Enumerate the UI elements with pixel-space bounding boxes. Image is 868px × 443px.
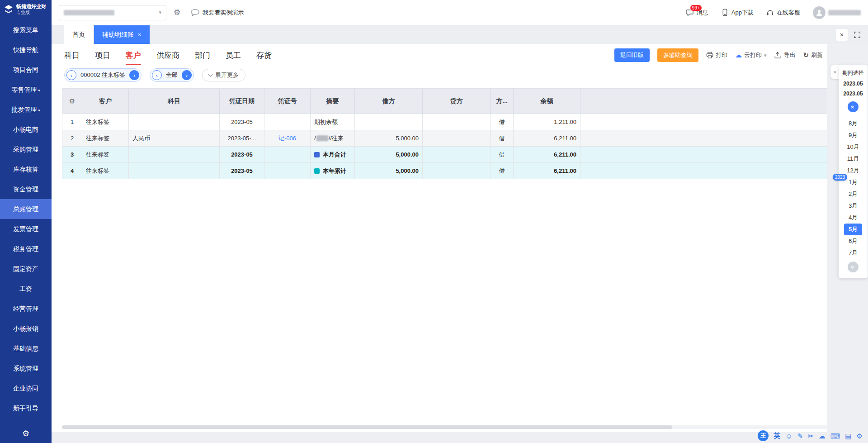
export-button[interactable]: 导出 [774,51,795,59]
table-row[interactable]: 3往来标签2023-05本月合计5,000.00借6,211.00 [62,147,827,163]
table-settings-gear-icon[interactable]: ⚙ [62,89,82,114]
cloud-icon[interactable]: ☁ [819,433,826,439]
sidebar-item[interactable]: 新手引导 [0,398,52,418]
sidebar-item[interactable]: 库存核算 [0,159,52,179]
settings-gear-icon[interactable]: ⚙ [174,8,180,17]
filter-customer-pill[interactable]: ‹ 000002 往来标签 › [64,68,142,82]
cell-date: 2023-05-... [220,130,264,147]
sidebar-settings-gear-icon[interactable]: ⚙ [0,429,52,438]
sidebar-item[interactable]: 小畅报销 [0,319,52,338]
sidebar-item[interactable]: 发票管理 [0,219,52,239]
sidebar-item[interactable]: 快捷导航 [0,40,52,60]
sidebar-item-label: 批发管理 [11,106,37,113]
period-end-field[interactable]: 2023.05 [843,91,863,97]
app-download-button[interactable]: App下载 [721,9,754,17]
sidebar-item[interactable]: 税务管理 [0,239,52,259]
keyboard-icon[interactable]: ⌨ [830,433,840,439]
entity-tab[interactable]: 科目 [63,48,80,63]
sidebar-item[interactable]: 资金管理 [0,179,52,199]
window-tab[interactable]: 辅助明细账× [94,25,150,44]
multi-aux-query-button[interactable]: 多辅助查询 [657,48,698,62]
sidebar-item[interactable]: 批发管理▾ [0,100,52,119]
period-start-field[interactable]: 2023.05 [843,81,863,87]
demo-link[interactable]: 我要看实例演示 [190,9,244,17]
online-service-button[interactable]: 在线客服 [766,9,800,17]
scrollbar-thumb[interactable] [62,425,672,429]
sidebar-item[interactable]: 小畅电商 [0,119,52,139]
next-arrow-icon[interactable]: › [129,70,139,80]
entity-tab[interactable]: 部门 [194,48,211,63]
cell-balance: 6,211.00 [514,163,580,179]
sidebar-item[interactable]: 固定资产 [0,259,52,279]
close-tab-icon[interactable]: × [138,31,142,38]
sidebar-item[interactable]: 基础信息 [0,338,52,358]
ime-toolbar[interactable]: 王 英 ☺ ✎ ✂ ☁ ⌨ ▤ ⚙ [758,430,863,441]
table-row[interactable]: 4往来标签2023-05本年累计5,000.00借6,211.00 [62,163,827,179]
expand-more-button[interactable]: 展开更多 [202,69,245,81]
entity-tab[interactable]: 客户 [125,48,142,63]
print-button[interactable]: 打印 [706,51,727,59]
sidebar-item-label: 系统管理 [13,365,38,372]
entity-tab[interactable]: 存货 [255,48,273,63]
demo-label: 我要看实例演示 [203,9,244,17]
month-item[interactable]: 9月 [843,129,863,141]
sidebar-item[interactable]: 采购管理 [0,139,52,159]
month-item[interactable]: 10月 [843,141,863,153]
horizontal-scrollbar[interactable] [62,425,827,429]
panel-collapse-handle[interactable]: » [830,65,839,79]
logo-subtitle: 专业版 [16,10,46,16]
window-tab[interactable]: 首页 [64,25,93,44]
sidebar-item[interactable]: 系统管理 [0,358,52,378]
fullscreen-button[interactable] [854,31,861,38]
user-account[interactable] [813,6,861,19]
sidebar-item[interactable]: 工资 [0,279,52,299]
back-to-old-version-button[interactable]: 退回旧版 [614,48,650,62]
month-item[interactable]: 5月 [844,224,862,235]
window-tabs: 首页辅助明细账× [64,25,151,44]
scroll-up-button[interactable]: « [848,101,859,112]
close-all-tabs-button[interactable]: × [836,29,848,41]
refresh-button[interactable]: ↻ 刷新 [803,51,823,59]
table-row[interactable]: 1往来标签2023-05期初余额借1,211.00 [62,114,827,130]
pencil-icon[interactable]: ✎ [797,433,803,439]
month-item[interactable]: 4月 [843,212,863,224]
sidebar-item-label: 采购管理 [13,146,38,153]
toolbox-icon[interactable]: ▤ [845,433,851,439]
next-arrow-icon[interactable]: › [182,70,192,80]
emoji-icon[interactable]: ☺ [785,433,792,439]
month-item[interactable]: 11月 [843,153,863,165]
voucher-link[interactable]: 记-006 [278,134,296,143]
online-service-label: 在线客服 [777,9,800,17]
table-row[interactable]: 2往来标签人民币2023-05-...记-006///往来5,000.00借6,… [62,130,827,147]
cell-subject: 人民币 [129,130,220,147]
summary-suffix: //往来 [329,134,344,143]
month-item[interactable]: 7月 [843,247,863,259]
scroll-down-button[interactable]: » [848,262,859,272]
cloud-print-button[interactable]: ☁ 云打印 ▾ [735,51,767,59]
sidebar-item-label: 小畅电商 [13,126,38,133]
sidebar-item-label: 发票管理 [13,225,38,233]
entity-tab[interactable]: 员工 [225,48,242,63]
gear-icon[interactable]: ⚙ [857,433,863,439]
entity-tab[interactable]: 项目 [94,48,111,63]
sidebar-item[interactable]: 企业协同 [0,378,52,398]
ime-language-indicator[interactable]: 英 [774,432,780,440]
scissors-icon[interactable]: ✂ [808,433,814,439]
month-item[interactable]: 2月 [843,188,863,200]
collapse-left-icon[interactable]: ‹ [152,70,162,80]
org-select[interactable]: ▾ [59,5,166,20]
collapse-left-icon[interactable]: ‹ [66,70,76,80]
sidebar-item[interactable]: 总账管理 [0,199,52,219]
messages-button[interactable]: 99+ 消息 [686,9,708,17]
entity-tab[interactable]: 供应商 [156,48,180,63]
sidebar-item[interactable]: 经营管理 [0,299,52,319]
month-item[interactable]: 8月 [843,118,863,129]
ime-logo-icon[interactable]: 王 [758,430,769,441]
filter-scope-pill[interactable]: ‹ 全部 › [150,68,194,82]
month-item[interactable]: 6月 [843,235,863,247]
month-item[interactable]: 3月 [843,200,863,212]
sidebar-item[interactable]: 零售管理▾ [0,80,52,100]
chevron-down-icon: ▾ [38,88,40,93]
sidebar-item[interactable]: 项目合同 [0,60,52,80]
sidebar-item[interactable]: 搜索菜单 [0,20,52,40]
